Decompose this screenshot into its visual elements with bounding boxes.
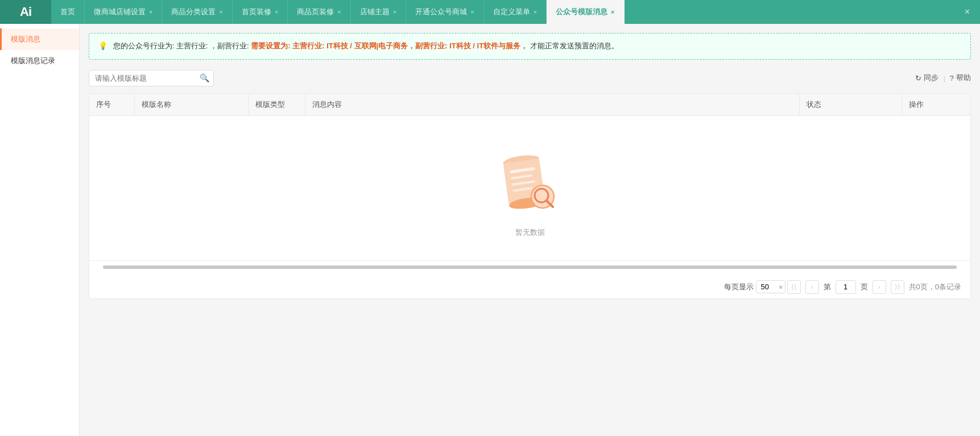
tab-custom-menu[interactable]: 自定义菜单×	[484, 0, 547, 24]
tab-close-product-decor[interactable]: ×	[337, 9, 341, 15]
sidebar-item-template-message[interactable]: 模版消息	[0, 28, 79, 50]
tab-open-mall[interactable]: 开通公众号商城×	[406, 0, 483, 24]
tab-product-decor[interactable]: 商品页装修×	[288, 0, 350, 24]
th-action: 操作	[902, 94, 970, 115]
tab-bar: 首页微商城店铺设置×商品分类设置×首页装修×商品页装修×店铺主题×开通公众号商城…	[51, 0, 954, 24]
tab-label-category-settings: 商品分类设置	[171, 7, 216, 17]
tab-close-custom-menu[interactable]: ×	[534, 9, 537, 15]
tab-store-theme[interactable]: 店铺主题×	[351, 0, 406, 24]
sync-button[interactable]: ↻ 同步	[915, 73, 938, 83]
th-name: 模版名称	[135, 94, 249, 115]
empty-icon	[496, 150, 564, 218]
sidebar-item-template-message-log[interactable]: 模版消息记录	[0, 50, 79, 72]
page-prefix-label: 第	[824, 282, 831, 292]
tab-close-template-msg[interactable]: ×	[611, 9, 614, 15]
table: 序号 模版名称 模版类型 消息内容 状态 操作	[89, 93, 971, 299]
table-header: 序号 模版名称 模版类型 消息内容 状态 操作	[89, 94, 970, 116]
empty-text: 暂无数据	[515, 227, 545, 238]
sync-label: 同步	[924, 73, 938, 83]
tab-shop-settings[interactable]: 微商城店铺设置×	[85, 0, 162, 24]
content-area: 💡 您的公众号行业为: 主营行业: ，副营行业: 需要设置为: 主营行业: IT…	[80, 24, 980, 436]
page-suffix-label: 页	[861, 282, 868, 292]
tab-close-category-settings[interactable]: ×	[219, 9, 222, 15]
scrollbar-wrap[interactable]	[89, 260, 970, 273]
notice-prefix: 您的公众号行业为: 主营行业: ，副营行业:	[113, 41, 251, 50]
last-page-button[interactable]: ⟩⟩	[891, 280, 904, 294]
search-right: ↻ 同步 | ? 帮助	[915, 73, 971, 83]
help-label: 帮助	[956, 73, 971, 83]
tab-close-home-decor[interactable]: ×	[275, 9, 278, 15]
tab-home[interactable]: 首页	[51, 0, 85, 24]
sidebar: 模版消息模版消息记录	[0, 24, 80, 436]
prev-page-button[interactable]: ‹	[805, 280, 819, 294]
tab-close-open-mall[interactable]: ×	[470, 9, 474, 15]
tab-label-open-mall: 开通公众号商城	[415, 7, 467, 17]
first-page-button[interactable]: ⟨⟨	[787, 280, 801, 294]
tab-category-settings[interactable]: 商品分类设置×	[162, 0, 232, 24]
th-status: 状态	[800, 94, 902, 115]
per-page-wrap: 每页显示 50 10 20 100 ∨	[724, 280, 783, 293]
tab-close-store-theme[interactable]: ×	[393, 9, 396, 15]
help-icon: ?	[950, 74, 954, 82]
search-input-wrap: 🔍	[89, 70, 214, 86]
tab-label-home: 首页	[60, 7, 75, 17]
sync-icon: ↻	[915, 74, 921, 82]
th-type: 模版类型	[249, 94, 305, 115]
tab-home-decor[interactable]: 首页装修×	[233, 0, 288, 24]
search-icon[interactable]: 🔍	[200, 73, 209, 82]
tab-template-msg[interactable]: 公众号模版消息×	[547, 0, 624, 24]
pagination: 每页显示 50 10 20 100 ∨ ⟨⟨ ‹ 第 1 页 › ⟩⟩ 共0页，…	[89, 273, 970, 298]
tab-label-shop-settings: 微商城店铺设置	[94, 7, 146, 17]
fake-scrollbar[interactable]	[103, 265, 957, 269]
page-total-label: 共0页，0条记录	[909, 282, 961, 292]
page-number-input[interactable]: 1	[836, 280, 856, 294]
tab-label-template-msg: 公众号模版消息	[556, 7, 607, 17]
notice-icon: 💡	[98, 41, 107, 50]
scrollbar-thumb[interactable]	[103, 265, 957, 269]
notice-box: 💡 您的公众号行业为: 主营行业: ，副营行业: 需要设置为: 主营行业: IT…	[89, 33, 971, 60]
per-page-select[interactable]: 50 10 20 100	[756, 280, 785, 293]
notice-highlight: 需要设置为: 主营行业: IT科技 / 互联网|电子商务，副营行业: IT科技 …	[251, 41, 528, 50]
empty-illustration	[496, 150, 564, 218]
search-left: 🔍	[89, 70, 214, 86]
tab-label-store-theme: 店铺主题	[360, 7, 390, 17]
tab-label-custom-menu: 自定义菜单	[493, 7, 530, 17]
th-content: 消息内容	[305, 94, 800, 115]
tab-label-home-decor: 首页装修	[242, 7, 271, 17]
tab-close-shop-settings[interactable]: ×	[149, 9, 152, 15]
search-input[interactable]	[89, 70, 214, 86]
next-page-button[interactable]: ›	[873, 280, 886, 294]
divider: |	[943, 74, 945, 82]
main-layout: 模版消息模版消息记录 💡 您的公众号行业为: 主营行业: ，副营行业: 需要设置…	[0, 24, 980, 436]
th-seq: 序号	[89, 94, 135, 115]
app-logo: Ai	[0, 0, 51, 24]
help-button[interactable]: ? 帮助	[950, 73, 971, 83]
search-bar: 🔍 ↻ 同步 | ? 帮助	[89, 70, 971, 86]
global-close-button[interactable]: ×	[954, 7, 980, 17]
top-navigation: Ai 首页微商城店铺设置×商品分类设置×首页装修×商品页装修×店铺主题×开通公众…	[0, 0, 980, 24]
empty-state: 暂无数据	[89, 116, 970, 260]
per-page-label: 每页显示	[724, 282, 754, 292]
tab-label-product-decor: 商品页装修	[297, 7, 334, 17]
notice-suffix: 才能正常发送预置的消息。	[530, 41, 619, 50]
